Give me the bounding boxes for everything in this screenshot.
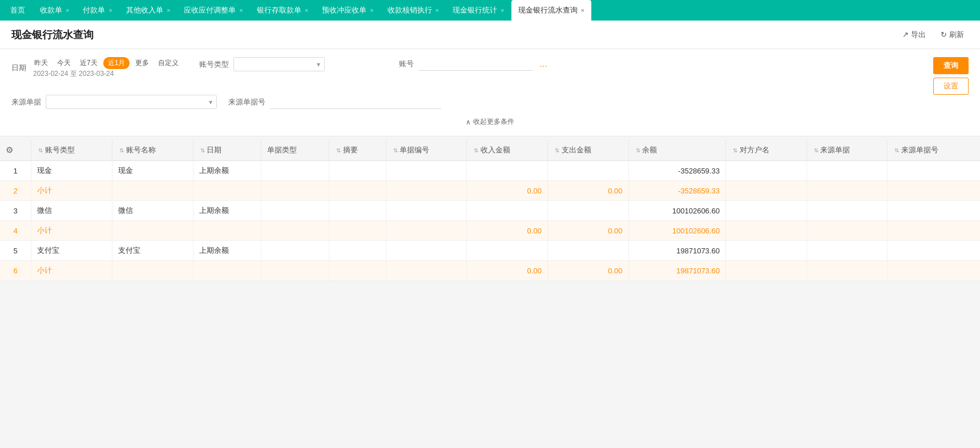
nav-tab-2[interactable]: 付款单 × — [76, 0, 119, 21]
nav-tab-6[interactable]: 预收冲应收单 × — [315, 0, 380, 21]
col-date[interactable]: ⇅ 日期 — [193, 140, 261, 161]
filter-second-row: 来源单据 来源单据号 — [11, 95, 969, 109]
cell-doc-type — [261, 161, 329, 181]
col-doc-type[interactable]: 单据类型 — [261, 140, 329, 161]
data-table-container: ⚙ ⇅ 账号类型 ⇅ 账号名称 ⇅ 日期 单据类型 ⇅ 摘要 ⇅ 单据编号 ⇅ … — [0, 140, 980, 281]
sort-icon: ⇅ — [733, 147, 737, 154]
close-icon[interactable]: × — [239, 7, 243, 14]
cell-date — [193, 181, 261, 201]
cell-doc-no — [386, 161, 467, 181]
nav-tab-3[interactable]: 其他收入单 × — [119, 0, 177, 21]
close-icon[interactable]: × — [305, 7, 308, 14]
cell-date — [193, 221, 261, 241]
gear-icon: ⚙ — [6, 145, 13, 155]
cell-source-doc-no — [888, 181, 980, 201]
export-button[interactable]: ↗ 导出 — [898, 27, 930, 42]
source-doc-select[interactable] — [46, 95, 217, 109]
account-dots-button[interactable]: ... — [537, 59, 549, 69]
cell-doc-no — [386, 261, 467, 281]
row-number: 4 — [0, 221, 31, 241]
nav-tab-9[interactable]: 现金银行流水查询 × — [511, 0, 591, 21]
col-income[interactable]: ⇅ 收入金额 — [467, 140, 548, 161]
close-icon[interactable]: × — [501, 7, 504, 14]
close-icon[interactable]: × — [66, 7, 69, 14]
cell-balance: 19871073.60 — [628, 261, 725, 281]
cell-income — [467, 201, 548, 221]
top-navigation: 首页 收款单 × 付款单 × 其他收入单 × 应收应付调整单 × 银行存取款单 … — [0, 0, 980, 21]
nav-tab-7[interactable]: 收款核销执行 × — [381, 0, 446, 21]
nav-tab-4[interactable]: 应收应付调整单 × — [177, 0, 249, 21]
cell-income: 0.00 — [467, 261, 548, 281]
account-type-select[interactable] — [233, 57, 325, 71]
source-doc-label: 来源单据 — [11, 97, 41, 107]
cell-doc-type — [261, 241, 329, 261]
row-number: 3 — [0, 201, 31, 221]
col-source-doc-no[interactable]: ⇅ 来源单据号 — [888, 140, 980, 161]
account-input[interactable] — [418, 57, 533, 71]
cell-source-doc-no — [888, 161, 980, 181]
cell-summary — [329, 241, 386, 261]
cell-doc-no — [386, 181, 467, 201]
date-filter-group: 日期 昨天 今天 近7天 近1月 更多 自定义 2023-02-24 至 202… — [11, 57, 182, 79]
refresh-button[interactable]: ↻ 刷新 — [936, 27, 969, 42]
date-btn-1month[interactable]: 近1月 — [103, 57, 130, 69]
date-btn-more[interactable]: 更多 — [132, 57, 152, 69]
cell-account-type: 小计 — [31, 261, 112, 281]
close-icon[interactable]: × — [370, 7, 373, 14]
nav-tab-1[interactable]: 收款单 × — [33, 0, 76, 21]
cell-source-doc-no — [888, 221, 980, 241]
sort-icon: ⇅ — [474, 147, 478, 154]
cell-counterpart — [725, 241, 806, 261]
cell-source-doc-no — [888, 201, 980, 221]
row-number: 6 — [0, 261, 31, 281]
col-balance[interactable]: ⇅ 余额 — [628, 140, 725, 161]
account-filter-group: 账号 ... — [399, 57, 549, 71]
query-button[interactable]: 查询 — [933, 57, 969, 74]
date-btn-yesterday[interactable]: 昨天 — [31, 57, 51, 69]
date-btn-custom[interactable]: 自定义 — [155, 57, 182, 69]
col-account-name[interactable]: ⇅ 账号名称 — [112, 140, 193, 161]
sort-icon: ⇅ — [814, 147, 818, 154]
col-expense[interactable]: ⇅ 支出金额 — [547, 140, 628, 161]
close-icon[interactable]: × — [581, 7, 584, 14]
col-source-doc[interactable]: ⇅ 来源单据 — [806, 140, 888, 161]
cell-date: 上期余额 — [193, 201, 261, 221]
nav-tab-5[interactable]: 银行存取款单 × — [250, 0, 315, 21]
refresh-icon: ↻ — [941, 30, 947, 39]
source-doc-no-label: 来源单据号 — [228, 97, 265, 107]
cell-account-name — [112, 181, 193, 201]
sort-icon: ⇅ — [336, 147, 341, 154]
cell-account-type: 微信 — [31, 201, 112, 221]
col-summary[interactable]: ⇅ 摘要 — [329, 140, 386, 161]
cell-balance: 100102606.60 — [628, 221, 725, 241]
row-number: 1 — [0, 161, 31, 181]
sort-icon: ⇅ — [555, 147, 559, 154]
col-counterpart[interactable]: ⇅ 对方户名 — [725, 140, 806, 161]
cell-account-type: 小计 — [31, 221, 112, 241]
date-btn-7days[interactable]: 近7天 — [76, 57, 101, 69]
account-label: 账号 — [399, 59, 414, 69]
cell-account-name — [112, 221, 193, 241]
cell-balance: -3528659.33 — [628, 181, 725, 201]
cell-source-doc — [806, 181, 888, 201]
source-doc-no-input[interactable] — [270, 95, 441, 109]
cell-doc-type — [261, 221, 329, 241]
close-icon[interactable]: × — [435, 7, 439, 14]
date-btn-today[interactable]: 今天 — [54, 57, 74, 69]
date-label: 日期 — [11, 63, 26, 73]
cell-summary — [329, 201, 386, 221]
nav-home[interactable]: 首页 — [2, 0, 33, 21]
close-icon[interactable]: × — [108, 7, 112, 14]
col-account-type[interactable]: ⇅ 账号类型 — [31, 140, 112, 161]
close-icon[interactable]: × — [167, 7, 170, 14]
col-doc-no[interactable]: ⇅ 单据编号 — [386, 140, 467, 161]
col-gear[interactable]: ⚙ — [0, 140, 31, 161]
settings-button[interactable]: 设置 — [933, 78, 969, 95]
collapse-bar[interactable]: ∧ 收起更多条件 — [11, 115, 969, 131]
account-type-select-wrapper — [233, 57, 325, 71]
date-range-display: 2023-02-24 至 2023-03-24 — [33, 69, 182, 79]
cell-counterpart — [725, 221, 806, 241]
nav-tab-8[interactable]: 现金银行统计 × — [446, 0, 511, 21]
cell-source-doc — [806, 161, 888, 181]
table-row: 6小计0.000.0019871073.60 — [0, 261, 980, 281]
